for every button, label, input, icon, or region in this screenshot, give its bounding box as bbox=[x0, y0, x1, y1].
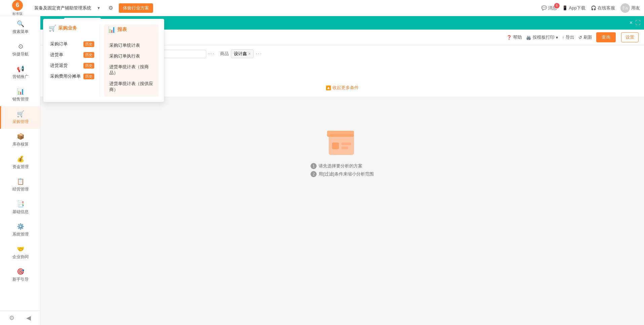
dropdown-item-report-1[interactable]: 采购订单统计表 bbox=[108, 40, 155, 51]
report-4-label: 进货单统计表（按供应商） bbox=[109, 81, 153, 93]
industry-btn[interactable]: 体验行业方案 bbox=[119, 3, 153, 13]
filter-goods-more-icon[interactable]: ··· bbox=[256, 51, 262, 57]
empty-tip-1-text: 请先选择要分析的方案 bbox=[319, 163, 362, 169]
logo: 6 标准版 bbox=[4, 0, 31, 16]
print-btn[interactable]: 🖨️ 按模板打印 ▾ bbox=[526, 34, 558, 40]
sidebar-item-quicknav[interactable]: ⊙ 快捷导航 bbox=[0, 39, 40, 61]
settings-button[interactable]: 设置 bbox=[621, 32, 639, 42]
basic-info-icon: 📑 bbox=[17, 200, 24, 208]
system-title: 装备及固定资产辅助管理系统 bbox=[34, 5, 91, 11]
help-btn[interactable]: ❓ 帮助 bbox=[506, 34, 522, 40]
chevron-up-icon: 🔼 bbox=[326, 85, 331, 90]
app-download-label: App下载 bbox=[569, 5, 585, 11]
export-btn[interactable]: ↑ 导出 bbox=[562, 34, 575, 40]
empty-tip-2: 2 用[过滤]条件来缩小分析范围 bbox=[311, 171, 373, 177]
menu-divider bbox=[100, 25, 100, 96]
sidebar-label-sales: 销售管理 bbox=[12, 96, 29, 102]
system-dropdown-icon[interactable]: ▾ bbox=[95, 4, 103, 12]
inventory-icon: 📦 bbox=[17, 133, 24, 140]
sidebar-item-purchase[interactable]: 🛒 采购管理 bbox=[0, 106, 40, 129]
report-2-label: 采购订单执行表 bbox=[109, 53, 140, 59]
print-dropdown-icon: ▾ bbox=[556, 35, 558, 40]
report-section: 📊 报表 采购订单统计表 采购订单执行表 进货单统计表（按商品） 进货单统计表（… bbox=[104, 25, 159, 96]
dropdown-menu: 🛒 采购业务 采购订单 历史 进货单 历史 进货退货 历史 采购费用分摊单 历史… bbox=[43, 19, 164, 102]
sidebar-item-basic-info[interactable]: 📑 基础信息 bbox=[0, 196, 40, 219]
user-item[interactable]: Ea 用友 bbox=[620, 3, 640, 13]
sidebar-item-operations[interactable]: 📋 经营管理 bbox=[0, 174, 40, 196]
sidebar-item-search[interactable]: 🔍 搜索菜单 bbox=[0, 16, 40, 39]
sidebar-label-operations: 经营管理 bbox=[12, 187, 29, 192]
svg-rect-1 bbox=[327, 131, 354, 137]
sidebar-item-inventory[interactable]: 📦 库存核算 bbox=[0, 129, 40, 151]
dropdown-item-report-3[interactable]: 进货单统计表（按商品） bbox=[108, 62, 155, 78]
sidebar-label-marketing: 营销推广 bbox=[12, 74, 29, 80]
sidebar-item-guide[interactable]: 🎯 新手引导 bbox=[0, 264, 40, 286]
tabs-bar-right: × ⛶ bbox=[630, 20, 641, 26]
sidebar-bottom: ⚙ ◀ bbox=[0, 311, 40, 325]
headset-icon: 🎧 bbox=[591, 5, 596, 10]
bottom-collapse-icon[interactable]: ◀ bbox=[26, 314, 31, 322]
report-section-icon: 📊 bbox=[108, 26, 115, 33]
empty-tip-1: 1 请先选择要分析的方案 bbox=[311, 163, 362, 169]
avatar-initials: Ea bbox=[622, 5, 628, 10]
purchase-section: 🛒 采购业务 采购订单 历史 进货单 历史 进货退货 历史 采购费用分摊单 历史 bbox=[49, 25, 96, 96]
refresh-label: 刷新 bbox=[583, 34, 592, 40]
finance-icon: 💰 bbox=[17, 155, 24, 163]
logo-subtext: 标准版 bbox=[12, 11, 23, 16]
phone-icon: 📱 bbox=[562, 5, 568, 10]
purchase-return-label: 进货退货 bbox=[50, 63, 68, 69]
export-label: 导出 bbox=[566, 34, 574, 40]
tip-dot-2: 2 bbox=[311, 171, 317, 177]
sidebar-item-enterprise[interactable]: 🤝 企业协同 bbox=[0, 241, 40, 264]
help-label: 帮助 bbox=[513, 34, 522, 40]
print-label: 按模板打印 bbox=[533, 34, 554, 40]
purchase-order-label: 采购订单 bbox=[50, 41, 68, 47]
refresh-btn[interactable]: ↺ 刷新 bbox=[578, 34, 592, 40]
svg-rect-4 bbox=[342, 147, 348, 149]
query-button[interactable]: 查询 bbox=[596, 32, 616, 42]
search-icon: 🔍 bbox=[17, 20, 24, 28]
dropdown-item-purchase-order[interactable]: 采购订单 历史 bbox=[49, 39, 96, 49]
online-service-item[interactable]: 🎧 在线客服 bbox=[591, 5, 615, 11]
dropdown-item-purchase-receive[interactable]: 进货单 历史 bbox=[49, 49, 96, 60]
window-expand-icon[interactable]: ⛶ bbox=[635, 20, 641, 26]
print-icon: 🖨️ bbox=[526, 35, 531, 40]
user-label: 用友 bbox=[631, 5, 640, 11]
filter-goods-tag-close[interactable]: × bbox=[248, 51, 251, 56]
sidebar-label-finance: 资金管理 bbox=[12, 164, 29, 170]
sidebar-item-sales[interactable]: 📊 销售管理 bbox=[0, 84, 40, 106]
sidebar-label-guide: 新手引导 bbox=[12, 277, 29, 282]
dropdown-item-purchase-return[interactable]: 进货退货 历史 bbox=[49, 60, 96, 71]
dropdown-item-report-4[interactable]: 进货单统计表（按供应商） bbox=[108, 78, 155, 95]
dropdown-item-purchase-expense[interactable]: 采购费用分摊单 历史 bbox=[49, 71, 96, 82]
enterprise-icon: 🤝 bbox=[17, 245, 24, 253]
filter-goods-tag: 设计鑫 × bbox=[231, 49, 254, 58]
sidebar-label-enterprise: 企业协同 bbox=[12, 254, 29, 260]
topbar: 6 标准版 装备及固定资产辅助管理系统 ▾ ⚙ 体验行业方案 💬 消息 6 📱 … bbox=[0, 0, 644, 16]
avatar: Ea bbox=[620, 3, 630, 13]
sidebar: 🔍 搜索菜单 ⊙ 快捷导航 📢 营销推广 📊 销售管理 🛒 采购管理 📦 库存核… bbox=[0, 16, 40, 325]
app-download-item[interactable]: 📱 App下载 bbox=[562, 5, 585, 11]
window-close-icon[interactable]: × bbox=[630, 20, 633, 26]
guide-icon: 🎯 bbox=[17, 268, 24, 275]
settings-icon[interactable]: ⚙ bbox=[106, 3, 115, 13]
dropdown-item-report-2[interactable]: 采购订单执行表 bbox=[108, 51, 155, 62]
message-item[interactable]: 💬 消息 6 bbox=[541, 5, 557, 11]
filter-collapse-label: 收起更多条件 bbox=[332, 85, 359, 91]
report-section-label: 报表 bbox=[117, 27, 127, 33]
filter-status-more-icon[interactable]: ··· bbox=[208, 51, 215, 57]
sidebar-item-marketing[interactable]: 📢 营销推广 bbox=[0, 61, 40, 84]
sidebar-item-finance[interactable]: 💰 资金管理 bbox=[0, 151, 40, 174]
purchase-expense-history-tag: 历史 bbox=[83, 74, 94, 79]
purchase-receive-label: 进货单 bbox=[50, 52, 63, 58]
sidebar-item-system[interactable]: ⚙️ 系统管理 bbox=[0, 219, 40, 241]
sidebar-label-basic-info: 基础信息 bbox=[12, 209, 29, 215]
message-icon: 💬 bbox=[541, 5, 547, 10]
sidebar-label-quicknav: 快捷导航 bbox=[12, 51, 29, 57]
report-1-label: 采购订单统计表 bbox=[109, 42, 140, 48]
svg-rect-2 bbox=[332, 143, 339, 149]
purchase-order-history-tag: 历史 bbox=[83, 41, 94, 47]
export-icon: ↑ bbox=[562, 35, 565, 40]
bottom-settings-icon[interactable]: ⚙ bbox=[9, 314, 14, 322]
filter-goods-label: 商品 bbox=[220, 51, 229, 57]
